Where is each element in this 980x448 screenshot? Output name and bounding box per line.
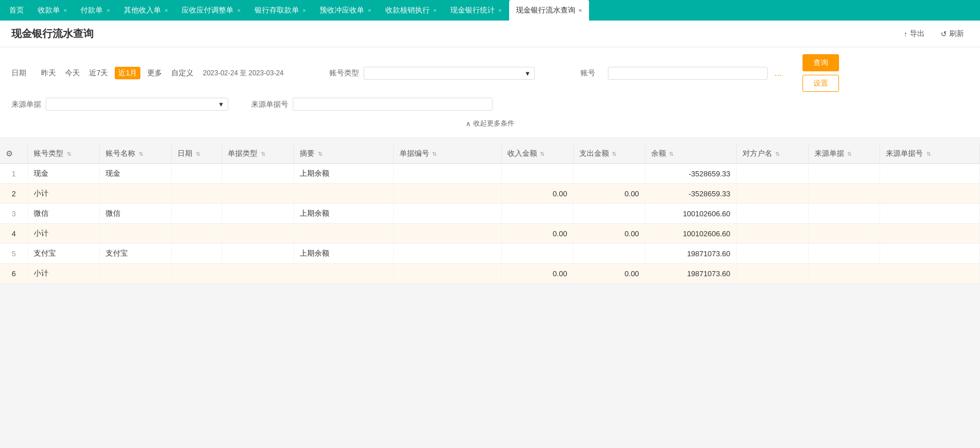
cell-source-doc-no (880, 224, 980, 244)
th-counterpart[interactable]: 对方户名 ⇅ (736, 144, 808, 164)
sort-icon: ⇅ (847, 151, 852, 157)
table-row: 5支付宝支付宝上期余额19871073.60 (0, 244, 980, 264)
account-type-filter: 账号类型 ▾ (329, 67, 535, 80)
filter-area: 日期 昨天 今天 近7天 近1月 更多 自定义 2023-02-24 至 202… (0, 47, 980, 138)
close-icon[interactable]: × (433, 7, 437, 14)
sort-icon: ⇅ (926, 151, 931, 157)
nav-tab-yinhangcunkuan[interactable]: 银行存取款单 × (248, 0, 313, 21)
nav-tab-yingshoutiaozheng[interactable]: 应收应付调整单 × (175, 0, 247, 21)
cell-expense (573, 164, 645, 184)
account-dots[interactable]: ... (772, 68, 784, 78)
cell-doc-no (393, 164, 501, 184)
th-account-name[interactable]: 账号名称 ⇅ (100, 144, 172, 164)
close-icon[interactable]: × (498, 7, 502, 14)
th-summary[interactable]: 摘要 ⇅ (294, 144, 393, 164)
th-doc-no[interactable]: 单据编号 ⇅ (393, 144, 501, 164)
cell-source-doc-no (880, 264, 980, 284)
filter-row-source: 来源单据 ▾ 来源单据号 (11, 98, 969, 111)
th-source-doc[interactable]: 来源单据 ⇅ (808, 144, 880, 164)
account-input[interactable] (608, 67, 768, 80)
row-number: 6 (0, 264, 28, 284)
cell-expense (573, 244, 645, 264)
cell-counterpart (736, 244, 808, 264)
account-label: 账号 (580, 68, 603, 78)
cell-counterpart (736, 184, 808, 204)
nav-tab-liushui[interactable]: 现金银行流水查询 × (509, 0, 589, 21)
export-button[interactable]: ↑ 导出 (900, 26, 930, 41)
th-source-doc-no[interactable]: 来源单据号 ⇅ (880, 144, 980, 164)
cell-expense: 0.00 (573, 184, 645, 204)
th-date[interactable]: 日期 ⇅ (172, 144, 222, 164)
account-filter: 账号 ... (580, 67, 784, 80)
close-icon[interactable]: × (579, 7, 582, 14)
export-icon: ↑ (904, 30, 908, 38)
cell-doc-type (222, 264, 294, 284)
table-row: 6小计0.000.0019871073.60 (0, 264, 980, 284)
close-icon[interactable]: × (303, 7, 306, 14)
close-icon[interactable]: × (106, 7, 110, 14)
shortcut-1month[interactable]: 近1月 (115, 67, 140, 79)
source-doc-no-filter: 来源单据号 (251, 98, 493, 111)
source-doc-filter: 来源单据 ▾ (11, 98, 228, 111)
close-icon[interactable]: × (237, 7, 240, 14)
query-button[interactable]: 查询 (802, 54, 839, 71)
refresh-button[interactable]: ↺ 刷新 (936, 26, 969, 41)
cell-account-type: 现金 (28, 164, 100, 184)
nav-tab-yushouchong[interactable]: 预收冲应收单 × (313, 0, 378, 21)
cell-income (501, 244, 573, 264)
collapse-bar[interactable]: ∧ 收起更多条件 (11, 116, 969, 131)
cell-summary: 上期余额 (294, 244, 393, 264)
cell-date (172, 224, 222, 244)
date-shortcuts: 昨天 今天 近7天 近1月 更多 自定义 2023-02-24 至 2023-0… (39, 67, 284, 79)
account-type-select[interactable]: ▾ (364, 67, 535, 80)
cell-source-doc (808, 164, 880, 184)
cell-doc-type (222, 164, 294, 184)
close-icon[interactable]: × (368, 7, 371, 14)
nav-tab-xianjintongji[interactable]: 现金银行统计 × (443, 0, 509, 21)
table-header-row: ⚙ 账号类型 ⇅ 账号名称 ⇅ 日期 ⇅ 单据类型 ⇅ (0, 144, 980, 164)
source-doc-select[interactable]: ▾ (46, 98, 228, 111)
th-balance[interactable]: 余额 ⇅ (645, 144, 736, 164)
th-income[interactable]: 收入金额 ⇅ (501, 144, 573, 164)
th-gear[interactable]: ⚙ (0, 144, 28, 164)
source-doc-label: 来源单据 (11, 99, 41, 110)
shortcut-7days[interactable]: 近7天 (87, 67, 110, 79)
th-expense[interactable]: 支出金额 ⇅ (573, 144, 645, 164)
row-number: 4 (0, 224, 28, 244)
source-doc-no-input[interactable] (293, 98, 493, 111)
shortcut-today[interactable]: 今天 (63, 67, 82, 79)
cell-summary (294, 264, 393, 284)
cell-account-type: 小计 (28, 264, 100, 284)
date-label: 日期 (11, 68, 34, 78)
table-container: ⚙ 账号类型 ⇅ 账号名称 ⇅ 日期 ⇅ 单据类型 ⇅ (0, 144, 980, 284)
nav-tab-qitashouru[interactable]: 其他收入单 × (117, 0, 175, 21)
cell-income (501, 164, 573, 184)
sort-icon: ⇅ (432, 151, 437, 157)
cell-balance: 100102606.60 (645, 224, 736, 244)
cell-summary: 上期余额 (294, 164, 393, 184)
nav-home[interactable]: 首页 (2, 0, 31, 21)
shortcut-custom[interactable]: 自定义 (169, 67, 196, 79)
cell-doc-type (222, 244, 294, 264)
cell-expense: 0.00 (573, 224, 645, 244)
cell-date (172, 164, 222, 184)
nav-tab-shoukuandan[interactable]: 收款单 × (31, 0, 74, 21)
th-doc-type[interactable]: 单据类型 ⇅ (222, 144, 294, 164)
sort-icon: ⇅ (318, 151, 322, 157)
close-icon[interactable]: × (164, 7, 168, 14)
cell-income: 0.00 (501, 184, 573, 204)
cell-account-type: 微信 (28, 204, 100, 224)
cell-expense: 0.00 (573, 264, 645, 284)
cell-income (501, 204, 573, 224)
nav-tab-shoukuanhexiao[interactable]: 收款核销执行 × (378, 0, 443, 21)
cell-doc-type (222, 224, 294, 244)
cell-summary (294, 184, 393, 204)
settings-button[interactable]: 设置 (802, 75, 839, 92)
cell-date (172, 204, 222, 224)
nav-tab-fukuandan[interactable]: 付款单 × (74, 0, 116, 21)
th-account-type[interactable]: 账号类型 ⇅ (28, 144, 100, 164)
close-icon[interactable]: × (63, 7, 67, 14)
shortcut-yesterday[interactable]: 昨天 (39, 67, 58, 79)
shortcut-more[interactable]: 更多 (145, 67, 164, 79)
sort-icon: ⇅ (196, 151, 200, 157)
